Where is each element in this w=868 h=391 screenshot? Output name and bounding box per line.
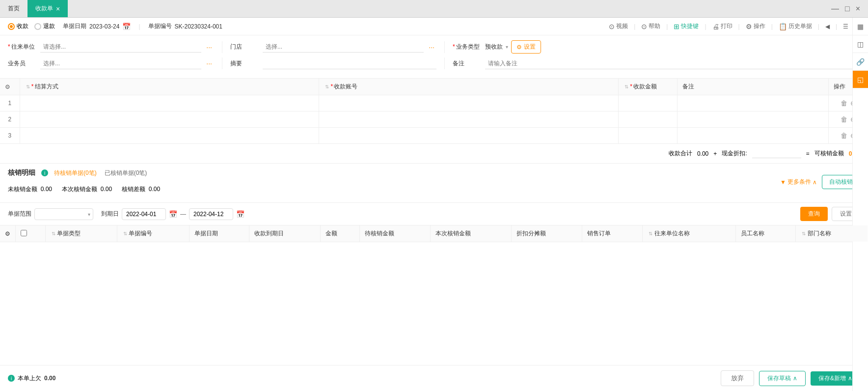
employee-more-btn[interactable]: ··· (204, 59, 214, 67)
row-3-delete-icon[interactable]: 🗑 (841, 132, 847, 140)
table-row: 3 🗑 ⊕ (0, 128, 868, 144)
sidebar-icon-4[interactable]: ◱ (853, 71, 868, 88)
abandon-btn[interactable]: 放弃 (721, 370, 754, 386)
nav-list[interactable]: ☰ (843, 23, 848, 30)
shortcut-btn[interactable]: ⊞ 快捷键 (674, 22, 699, 30)
maximize-btn[interactable]: □ (845, 4, 850, 13)
business-type-value: 预收款 (485, 43, 503, 51)
col-remark: 备注 (677, 79, 828, 95)
row-2-delete-icon[interactable]: 🗑 (841, 115, 847, 123)
toolbar-right: ⊙ 视频 | ⊙ 帮助 | ⊞ 快捷键 | 🖨 打印 | ⚙ 操作 (609, 22, 860, 31)
sidebar-icon-1[interactable]: ▦ (853, 18, 868, 35)
footer-info-icon[interactable]: i (8, 375, 15, 382)
help-label: 帮助 (649, 22, 660, 30)
partner-more-btn[interactable]: ··· (204, 43, 214, 51)
remark-label: 备注 (453, 59, 482, 68)
cal-from-icon[interactable]: 📅 (169, 210, 177, 218)
field-divider-2 (444, 41, 445, 53)
operation-icon: ⚙ (746, 23, 752, 30)
row-2-account[interactable] (319, 112, 619, 128)
shortcut-icon: ⊞ (674, 23, 679, 30)
cal-to-icon[interactable]: 📅 (236, 210, 244, 218)
pending-tab[interactable]: 待核销单据(0笔) (54, 169, 97, 177)
row-1-delete-icon[interactable]: 🗑 (841, 99, 847, 107)
chevron-icon: ∧ (813, 179, 817, 186)
history-btn[interactable]: 📋 历史单据 (779, 22, 812, 30)
settings-button[interactable]: ⚙ 设置 (511, 40, 541, 54)
diff-label: 核销差额 (122, 186, 145, 193)
business-type-chevron[interactable]: ▾ (506, 44, 508, 50)
shortcut-label: 快捷键 (681, 22, 699, 30)
partner-input[interactable] (40, 41, 201, 53)
history-label: 历史单据 (788, 22, 812, 30)
video-btn[interactable]: ⊙ 视频 (609, 22, 628, 30)
range-select-wrapper (34, 208, 93, 220)
row-3-settlement[interactable] (20, 128, 319, 144)
footer-order-label: 本单上欠 (18, 374, 41, 383)
table-gear-icon-2[interactable]: ⚙ (5, 230, 10, 237)
table-gear-icon[interactable]: ⚙ (5, 84, 10, 90)
print-btn[interactable]: 🖨 打印 (712, 22, 732, 30)
pending-amount-value: 0.00 (41, 186, 52, 193)
date-label: 单据日期 (63, 22, 86, 30)
row-1-account[interactable] (319, 95, 619, 112)
receipt-radio[interactable]: 收款 (8, 22, 28, 30)
table-row: 1 🗑 ⊕ (0, 95, 868, 112)
tab-receipt-label: 收款单 (35, 4, 53, 13)
row-2-amount[interactable] (618, 112, 677, 128)
diff-value: 0.00 (149, 186, 160, 193)
employee-label: 业务员 (8, 59, 37, 68)
date-divider: | (138, 23, 140, 30)
completed-tab[interactable]: 已核销单据(0笔) (105, 169, 147, 177)
row-1-settlement[interactable] (20, 95, 319, 112)
date-calendar-icon[interactable]: 📅 (122, 23, 131, 30)
col-settlement: ⇅ 结算方式 (20, 79, 319, 95)
footer-left: i 本单上欠 0.00 (8, 374, 55, 383)
row-3-account[interactable] (319, 128, 619, 144)
num-label: 单据编号 (148, 22, 172, 30)
business-type-label: 业务类型 (453, 43, 482, 51)
remark-input[interactable] (485, 58, 860, 69)
tab-receipt[interactable]: 收款单 × (27, 0, 68, 17)
date-to-input[interactable] (189, 208, 233, 220)
employee-input[interactable] (40, 58, 201, 69)
help-btn[interactable]: ⊙ 帮助 (641, 22, 660, 30)
range-select[interactable] (34, 208, 93, 220)
tab-close-icon[interactable]: × (56, 5, 60, 12)
date-from-input[interactable] (122, 208, 166, 220)
row-3-remark[interactable] (677, 128, 828, 144)
store-input[interactable] (263, 41, 424, 53)
row-3-amount[interactable] (618, 128, 677, 144)
row-1-amount[interactable] (618, 95, 677, 112)
verify-info-icon[interactable]: i (41, 169, 48, 176)
close-btn[interactable]: × (856, 4, 860, 13)
employee-field: 业务员 ··· (8, 58, 214, 69)
store-field: 门店 ··· (230, 41, 436, 53)
due-date-label: 到期日 (101, 210, 119, 218)
right-sidebar: ▦ ◫ 🔗 ◱ (852, 18, 868, 391)
current-amount: 本次核销金额 0.00 (62, 185, 112, 194)
sidebar-icon-3[interactable]: 🔗 (853, 53, 868, 71)
tab-home[interactable]: 首页 (0, 0, 27, 17)
save-draft-btn[interactable]: 保存草稿 ∧ (759, 371, 806, 386)
row-1-remark[interactable] (677, 95, 828, 112)
verify-stats: 未核销金额 0.00 本次核销金额 0.00 核销差额 0.00 (8, 181, 160, 197)
select-all-checkbox[interactable] (21, 230, 27, 236)
query-btn[interactable]: 查询 (800, 207, 828, 221)
more-conditions-btn[interactable]: ▼ 更多条件 ∧ (780, 178, 817, 186)
col-amount-h: 金额 (320, 225, 359, 242)
nav-prev[interactable]: ◀ (825, 23, 830, 30)
help-icon: ⊙ (641, 23, 647, 30)
operation-btn[interactable]: ⚙ 操作 (746, 22, 765, 30)
sidebar-icon-2[interactable]: ◫ (853, 35, 868, 53)
store-more-btn[interactable]: ··· (427, 43, 436, 51)
history-icon: 📋 (779, 23, 787, 30)
refund-radio[interactable]: 退款 (34, 22, 55, 30)
row-2-settlement[interactable] (20, 112, 319, 128)
summary-input[interactable] (263, 58, 436, 69)
num-value: SK-20230324-001 (175, 23, 222, 30)
discount-input[interactable] (752, 149, 801, 158)
minimize-btn[interactable]: — (831, 4, 839, 13)
save-new-arrow: ∧ (848, 375, 852, 382)
row-2-remark[interactable] (677, 112, 828, 128)
